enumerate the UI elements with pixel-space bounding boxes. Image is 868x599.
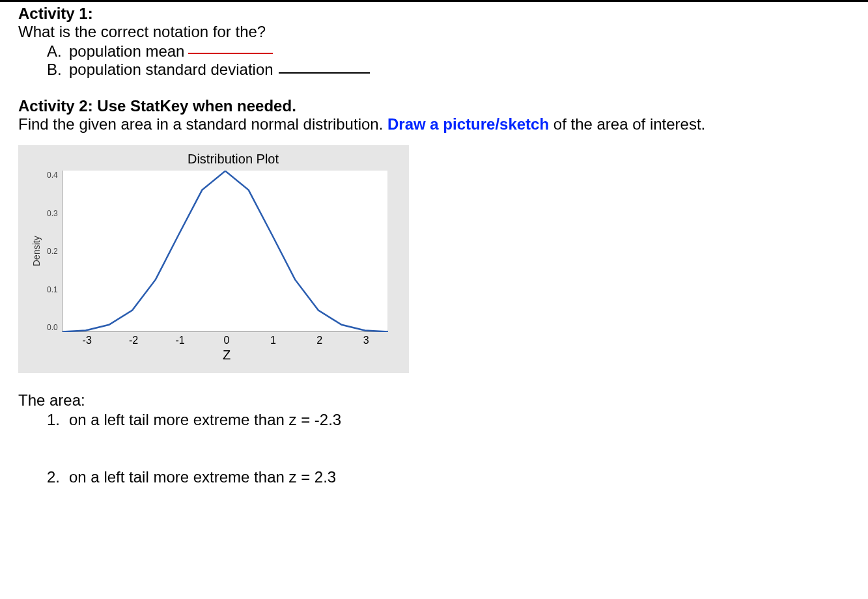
ytick: 0.2 [47,247,58,256]
item-text: on a left tail more extreme than z = -2.… [69,411,341,429]
area-heading: The area: [18,391,850,410]
blank-black[interactable] [279,72,370,74]
item-num: 1. [47,411,69,429]
item-letter: B. [47,61,69,79]
item-letter: A. [47,42,69,61]
chart-line [63,171,388,332]
activity2-prompt-pre: Find the given area in a standard normal… [18,115,387,133]
activity2-prompt-blue: Draw a picture/sketch [387,115,549,133]
area-item-1: 1. on a left tail more extreme than z = … [47,411,850,429]
activity2-prompt: Find the given area in a standard normal… [18,115,850,133]
chart-xlabel: Z [64,348,389,363]
activity1-list: A. population mean B. population standar… [47,42,850,79]
item-text: population mean [69,42,184,61]
item-num: 2. [47,468,69,486]
chart-svg [63,171,388,332]
ytick: 0.3 [47,209,58,218]
xtick: -1 [157,335,203,346]
activity1-prompt: What is the correct notation for the? [18,23,850,41]
chart-title: Distribution Plot [68,152,399,167]
chart-xticks: -3 -2 -1 0 1 2 3 [64,332,389,346]
chart-plot-area [62,171,387,332]
chart-yticks: 0.4 0.3 0.2 0.1 0.0 [44,171,62,332]
xtick: 3 [343,335,389,346]
area-item-2: 2. on a left tail more extreme than z = … [47,468,850,486]
activity1-title: Activity 1: [18,5,850,23]
chart-ylabel: Density [29,171,44,332]
activity1-item-B: B. population standard deviation [47,61,850,79]
xtick: -2 [110,335,156,346]
item-text: on a left tail more extreme than z = 2.3 [69,468,336,486]
activity2-title: Activity 2: Use StatKey when needed. [18,97,850,115]
area-list: 1. on a left tail more extreme than z = … [47,411,850,486]
activity2-prompt-post: of the area of interest. [549,115,705,133]
item-text: population standard deviation [69,61,273,79]
activity1-item-A: A. population mean [47,42,850,61]
ytick: 0.1 [47,285,58,294]
ytick: 0.4 [47,171,58,180]
xtick: -3 [64,335,110,346]
xtick: 2 [296,335,343,346]
ytick: 0.0 [47,323,58,332]
blank-red[interactable] [188,53,273,54]
distribution-plot: Distribution Plot Density 0.4 0.3 0.2 0.… [18,145,409,373]
xtick: 0 [203,335,249,346]
xtick: 1 [250,335,296,346]
